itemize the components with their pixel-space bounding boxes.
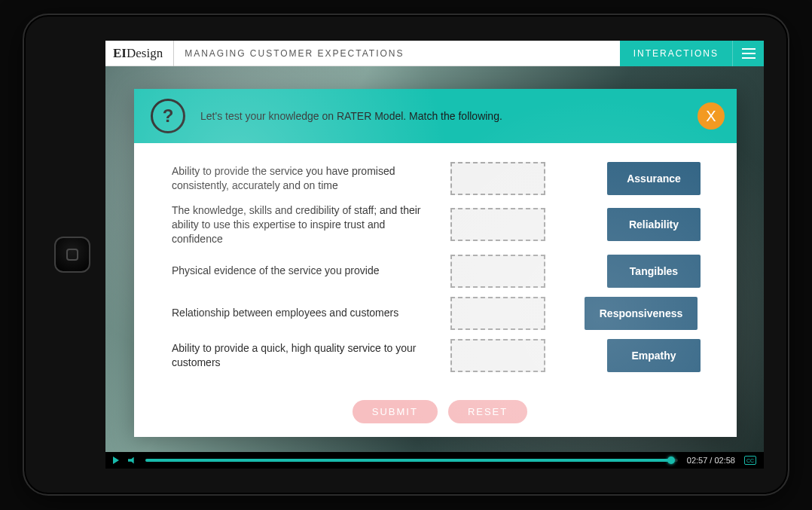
match-rows: Ability to provide the service you have … <box>172 161 708 392</box>
drag-tile-empathy[interactable]: Empathy <box>607 339 701 372</box>
video-player-bar: 02:57 / 02:58 CC <box>105 452 764 469</box>
match-row: Relationship between employees and custo… <box>172 296 708 331</box>
menu-icon[interactable] <box>732 41 764 66</box>
top-bar: EIDesign MANAGING CUSTOMER EXPECTATIONS … <box>105 41 764 66</box>
match-description: Ability to provide the service you have … <box>172 164 435 193</box>
drop-target[interactable] <box>450 162 545 195</box>
match-row: Ability to provide the service you have … <box>172 161 708 196</box>
drop-target[interactable] <box>450 339 545 372</box>
match-row: Physical evidence of the service you pro… <box>172 254 708 289</box>
interactions-tab[interactable]: INTERACTIONS <box>620 41 732 66</box>
modal-header: ? Let's test your knowledge on RATER Mod… <box>134 89 737 143</box>
action-row: SUBMIT RESET <box>172 392 708 426</box>
match-description: Ability to provide a quick, high quality… <box>172 341 435 370</box>
cc-button[interactable]: CC <box>744 456 756 465</box>
drop-target[interactable] <box>450 297 545 330</box>
match-description: Physical evidence of the service you pro… <box>172 264 435 278</box>
match-description: Relationship between employees and custo… <box>172 306 435 320</box>
drag-tile-assurance[interactable]: Assurance <box>607 162 701 195</box>
play-icon[interactable] <box>113 457 119 464</box>
brand-suffix: Design <box>127 46 163 60</box>
seek-knob[interactable] <box>667 457 675 464</box>
quiz-modal: ? Let's test your knowledge on RATER Mod… <box>134 89 737 437</box>
tablet-frame: EIDesign MANAGING CUSTOMER EXPECTATIONS … <box>23 14 789 496</box>
modal-body: Ability to provide the service you have … <box>134 143 737 437</box>
drop-target[interactable] <box>450 255 545 288</box>
time-display: 02:57 / 02:58 <box>687 456 735 465</box>
match-row: The knowledge, skills and credibility of… <box>172 203 708 246</box>
close-button[interactable]: X <box>698 102 725 130</box>
breadcrumb: MANAGING CUSTOMER EXPECTATIONS <box>174 48 404 59</box>
submit-button[interactable]: SUBMIT <box>353 400 438 423</box>
drag-tile-tangibles[interactable]: Tangibles <box>607 255 701 288</box>
match-row: Ability to provide a quick, high quality… <box>172 338 708 373</box>
match-description: The knowledge, skills and credibility of… <box>172 203 435 246</box>
instruction-text: Let's test your knowledge on RATER Model… <box>200 110 502 122</box>
tablet-home-button[interactable] <box>54 237 90 273</box>
drag-tile-responsiveness[interactable]: Responsiveness <box>585 297 698 330</box>
seek-fill <box>145 459 673 462</box>
video-stage: ? Let's test your knowledge on RATER Mod… <box>105 66 764 452</box>
screen: EIDesign MANAGING CUSTOMER EXPECTATIONS … <box>105 41 764 469</box>
question-icon: ? <box>151 99 185 133</box>
drag-tile-reliability[interactable]: Reliability <box>607 208 701 241</box>
volume-icon[interactable] <box>128 457 136 464</box>
drop-target[interactable] <box>450 208 545 241</box>
reset-button[interactable]: RESET <box>448 400 527 423</box>
brand-logo: EIDesign <box>105 41 174 66</box>
brand-prefix: EI <box>113 46 127 60</box>
seek-track[interactable] <box>145 459 678 462</box>
